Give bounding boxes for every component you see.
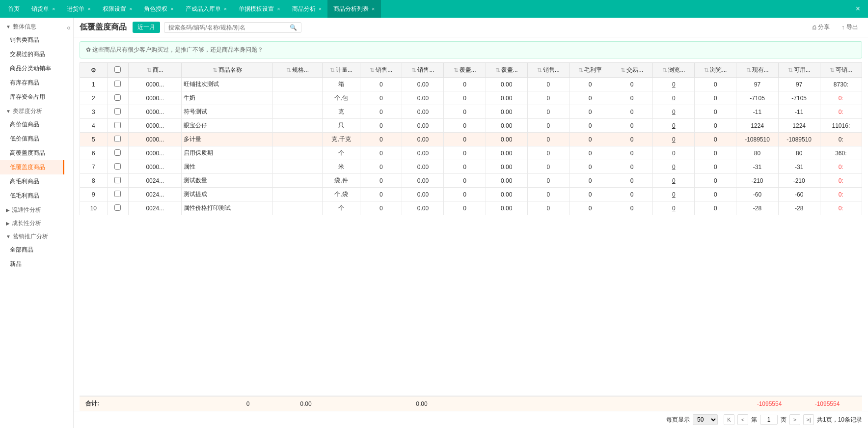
cell-sellable: 0: (820, 105, 862, 119)
sidebar-collapse-button[interactable]: « (64, 20, 73, 31)
browse1-link[interactable]: 0 (672, 205, 676, 212)
window-close-button[interactable]: × (850, 0, 866, 18)
nav-close-analysis-list[interactable]: × (372, 6, 375, 12)
nav-finished-goods[interactable]: 产成品入库单 × (180, 0, 233, 18)
col-header-name[interactable]: ⇅ 商品名称 (182, 63, 273, 78)
row-checkbox[interactable] (114, 163, 121, 170)
col-header-available[interactable]: ⇅ 可用... (778, 63, 820, 78)
browse1-link[interactable]: 0 (672, 164, 676, 171)
sidebar-item-all-goods[interactable]: 全部商品 (0, 243, 64, 257)
sidebar-group-coverage[interactable]: ▼ 类群度分析 (0, 104, 64, 117)
nav-template-settings[interactable]: 单据模板设置 × (233, 0, 286, 18)
browse1-link[interactable]: 0 (672, 191, 676, 198)
search-input[interactable] (168, 24, 290, 31)
cell-sellable: 0: (820, 133, 862, 146)
row-checkbox[interactable] (114, 149, 121, 156)
cell-checkbox (107, 174, 128, 188)
col-header-sales3[interactable]: ⇅ 销售... (527, 63, 569, 78)
sidebar-item-new-goods[interactable]: 新品 (0, 257, 64, 271)
page-number-input[interactable] (760, 415, 778, 425)
sidebar-item-category-turnover[interactable]: 商品分类动销率 (0, 61, 64, 76)
browse1-link[interactable]: 0 (672, 81, 676, 88)
sidebar-item-low-coverage[interactable]: 低覆盖度商品 (0, 160, 64, 174)
browse1-link[interactable]: 0 (672, 177, 676, 184)
cell-spec (273, 160, 323, 174)
row-checkbox[interactable] (114, 204, 121, 211)
per-page-select[interactable]: 50 20 100 (693, 414, 718, 425)
nav-close-template[interactable]: × (277, 6, 280, 12)
share-button[interactable]: ⎙ 分享 (809, 22, 834, 33)
col-header-cover2[interactable]: ⇅ 覆盖... (486, 63, 527, 78)
nav-close-finished-goods[interactable]: × (224, 6, 227, 12)
period-button[interactable]: 近一月 (133, 22, 160, 33)
row-checkbox[interactable] (114, 122, 121, 128)
sidebar-item-low-value[interactable]: 低价值商品 (0, 132, 64, 146)
cell-index: 6 (80, 146, 108, 160)
col-header-sellable[interactable]: ⇅ 可销... (820, 63, 862, 78)
sidebar-group-marketing[interactable]: ▼ 营销推广分析 (0, 229, 64, 243)
settings-icon[interactable]: ⚙ (91, 67, 96, 74)
row-checkbox[interactable] (114, 177, 121, 183)
browse1-link[interactable]: 0 (672, 122, 676, 129)
last-page-button[interactable]: >| (803, 414, 814, 425)
cell-browse2: 0 (695, 119, 736, 133)
row-checkbox[interactable] (114, 81, 121, 87)
browse1-link[interactable]: 0 (672, 95, 676, 102)
col-header-browse1[interactable]: ⇅ 浏览... (653, 63, 695, 78)
footer-col9 (567, 400, 624, 407)
col-header-unit[interactable]: ⇅ 计量... (322, 63, 360, 78)
col-header-browse2[interactable]: ⇅ 浏览... (695, 63, 736, 78)
row-checkbox[interactable] (114, 136, 121, 142)
nav-product-analysis[interactable]: 商品分析 × (286, 0, 327, 18)
sidebar-group-liquidity[interactable]: ▶ 流通性分析 (0, 203, 64, 216)
row-checkbox[interactable] (114, 191, 121, 197)
nav-product-analysis-list[interactable]: 商品分析列表 × (327, 0, 380, 18)
nav-home[interactable]: 首页 (2, 0, 26, 18)
first-page-button[interactable]: K (724, 414, 734, 425)
cell-available: -7105 (778, 91, 820, 105)
sidebar-item-stock-capital[interactable]: 库存资金占用 (0, 90, 64, 104)
row-checkbox[interactable] (114, 94, 121, 101)
sidebar-item-sales-goods[interactable]: 销售类商品 (0, 33, 64, 47)
prev-page-button[interactable]: < (737, 414, 748, 425)
search-icon[interactable]: 🔍 (290, 24, 297, 31)
nav-sales-order[interactable]: 销货单 × (26, 0, 61, 18)
nav-permission-settings[interactable]: 权限设置 × (97, 0, 138, 18)
cell-checkbox (107, 146, 128, 160)
col-header-cover1[interactable]: ⇅ 覆盖... (444, 63, 486, 78)
nav-close-purchase-order[interactable]: × (87, 6, 90, 12)
col-header-sales-amt[interactable]: ⇅ 销售... (402, 63, 444, 78)
nav-purchase-order[interactable]: 进货单 × (61, 0, 96, 18)
sidebar-item-low-margin[interactable]: 低毛利商品 (0, 189, 64, 203)
nav-close-role-auth[interactable]: × (170, 6, 173, 12)
export-button[interactable]: ↑ 导出 (838, 22, 862, 33)
row-checkbox[interactable] (114, 108, 121, 114)
sidebar-item-high-coverage[interactable]: 高覆盖度商品 (0, 146, 64, 160)
sidebar-item-traded-goods[interactable]: 交易过的商品 (0, 47, 64, 61)
col-header-gross-margin[interactable]: ⇅ 毛利率 (569, 63, 611, 78)
col-header-code[interactable]: ⇅ 商... (129, 63, 182, 78)
sidebar-item-high-value[interactable]: 高价值商品 (0, 117, 64, 132)
nav-role-auth[interactable]: 角色授权 × (138, 0, 179, 18)
col-header-sales-qty[interactable]: ⇅ 销售... (360, 63, 402, 78)
browse1-link[interactable]: 0 (672, 109, 676, 115)
col-header-checkbox (107, 63, 128, 78)
nav-close-permission[interactable]: × (129, 6, 132, 12)
sidebar-item-stocked-goods[interactable]: 有库存商品 (0, 76, 64, 90)
sidebar-item-high-margin[interactable]: 高毛利商品 (0, 174, 64, 189)
nav-close-analysis[interactable]: × (319, 6, 322, 12)
browse1-link[interactable]: 0 (672, 150, 676, 157)
cell-spec (273, 146, 323, 160)
next-page-button[interactable]: > (789, 414, 800, 425)
col-header-current-stock[interactable]: ⇅ 现有... (736, 63, 778, 78)
col-header-trade[interactable]: ⇅ 交易... (611, 63, 653, 78)
cell-unit: 只 (322, 119, 360, 133)
cell-index: 3 (80, 105, 108, 119)
nav-close-sales-order[interactable]: × (52, 6, 55, 12)
select-all-checkbox[interactable] (114, 66, 121, 73)
browse1-link[interactable]: 0 (672, 136, 676, 143)
sidebar-group-growth[interactable]: ▶ 成长性分析 (0, 216, 64, 229)
sort-icon7: ⇅ (454, 67, 459, 74)
sidebar-group-overall[interactable]: ▼ 整体信息 (0, 20, 64, 33)
col-header-spec[interactable]: ⇅ 规格... (273, 63, 323, 78)
